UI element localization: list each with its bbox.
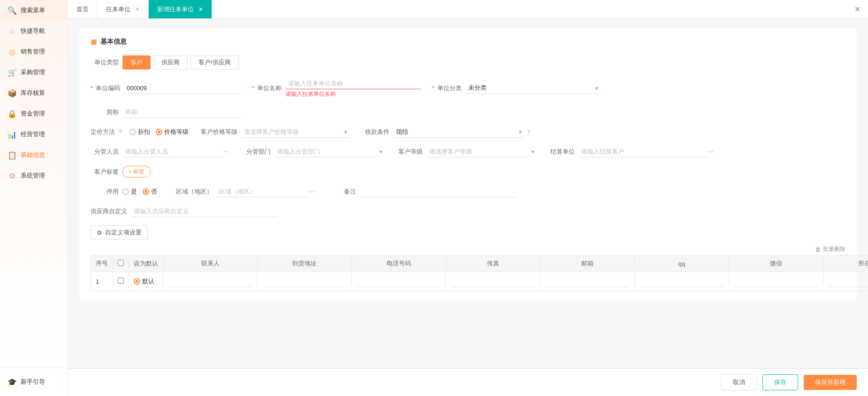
settlement-unit-input[interactable] bbox=[579, 146, 706, 157]
unit-category-label: * 单位分类 bbox=[432, 84, 462, 93]
bulk-delete-btn[interactable]: 🗑 批量删除 bbox=[91, 245, 845, 253]
sidebar-item-guide[interactable]: 🎓 新手引导 bbox=[0, 372, 68, 392]
region-field: 区域（地区） ··· bbox=[176, 186, 317, 197]
row-default-radio[interactable]: 默认 bbox=[134, 277, 158, 286]
sidebar-item-search[interactable]: 🔍 搜索菜单 bbox=[0, 0, 68, 21]
search-icon: 🔍 bbox=[8, 6, 17, 15]
disable-radio-group: 是 否 bbox=[122, 187, 157, 196]
radio-price-level-circle bbox=[156, 129, 162, 135]
unit-name-group: 请输入往来单位名称 bbox=[285, 78, 421, 98]
select-all-checkbox[interactable] bbox=[118, 260, 124, 266]
payment-terms-input[interactable] bbox=[393, 126, 525, 138]
row-checkbox-cell bbox=[113, 272, 129, 291]
basic-info-icon: 📋 bbox=[8, 150, 17, 160]
tab-new-partner-close[interactable]: ✕ bbox=[198, 6, 203, 13]
finance-icon: 🔒 bbox=[8, 109, 17, 118]
radio-discount[interactable]: 折扣 bbox=[129, 128, 150, 136]
row-email-input[interactable] bbox=[545, 276, 630, 287]
supplier-custom-field: 供应商自定义 bbox=[91, 206, 278, 217]
region-more-btn[interactable]: ··· bbox=[307, 187, 317, 196]
sidebar-item-purchase[interactable]: 🛒 采购管理 bbox=[0, 62, 68, 83]
settings-icon: ⚙ bbox=[97, 229, 102, 236]
department-input[interactable] bbox=[274, 146, 376, 157]
radio-no[interactable]: 否 bbox=[143, 187, 157, 196]
sidebar-item-system[interactable]: ⚙ 系统管理 bbox=[0, 165, 68, 186]
sidebar-item-label: 库存核算 bbox=[21, 89, 45, 97]
save-button[interactable]: 保存 bbox=[762, 374, 798, 390]
payment-terms-label: 收款条件 bbox=[361, 128, 389, 136]
row-default-cell: 默认 bbox=[129, 272, 163, 291]
row-address-input[interactable] bbox=[262, 276, 347, 287]
manager-input[interactable] bbox=[122, 146, 221, 157]
col-contact: 联系人 bbox=[163, 256, 258, 272]
col-wechat: 微信 bbox=[729, 256, 823, 272]
payment-help-icon[interactable]: ? bbox=[527, 129, 530, 136]
radio-yes[interactable]: 是 bbox=[122, 187, 137, 196]
row-checkbox[interactable] bbox=[118, 278, 124, 284]
home-icon: ⌂ bbox=[8, 26, 17, 36]
sidebar-item-operations[interactable]: 📊 经营管理 bbox=[0, 124, 68, 145]
short-name-input[interactable] bbox=[122, 107, 241, 118]
row-contact bbox=[163, 272, 258, 291]
region-label: 区域（地区） bbox=[176, 187, 213, 196]
unit-type-field: 单位类型 客户 供应商 客户/供应商 bbox=[91, 55, 845, 70]
unit-code-label: * 单位编码 bbox=[91, 84, 120, 93]
pricing-method-field: 定价方法 ? 折扣 价格等级 bbox=[91, 128, 189, 136]
unit-name-input[interactable] bbox=[285, 78, 421, 89]
sidebar-item-basic-info[interactable]: 📋 基础信息 bbox=[0, 145, 68, 165]
sidebar-item-sales[interactable]: ◎ 销售管理 bbox=[0, 41, 68, 62]
supplier-custom-input[interactable] bbox=[131, 206, 278, 217]
col-checkbox bbox=[113, 256, 129, 272]
tags-field: 客户标签 + 标签 bbox=[91, 166, 845, 178]
pricing-help-icon[interactable]: ? bbox=[119, 128, 122, 135]
window-close-button[interactable]: ✕ bbox=[847, 0, 868, 18]
tab-partners[interactable]: 往来单位 ✕ bbox=[98, 0, 149, 18]
cancel-button[interactable]: 取消 bbox=[721, 374, 757, 390]
customer-level-input[interactable] bbox=[426, 146, 528, 157]
row-email bbox=[541, 272, 635, 291]
region-input[interactable] bbox=[216, 186, 307, 197]
customer-price-field: 客户价格等级 ▼ bbox=[200, 126, 350, 138]
required-star2: * bbox=[252, 85, 254, 92]
row-phone-input[interactable] bbox=[357, 276, 441, 287]
type-btn-both[interactable]: 客户/供应商 bbox=[190, 55, 239, 70]
row-contact-input[interactable] bbox=[168, 276, 252, 287]
operations-icon: 📊 bbox=[8, 130, 17, 139]
tab-bar-spacer bbox=[212, 0, 847, 18]
department-label: 分管部门 bbox=[243, 148, 271, 156]
manager-field: 分管人员 ··· bbox=[91, 146, 231, 157]
col-qq: qq bbox=[635, 256, 729, 272]
department-field: 分管部门 ▼ bbox=[243, 146, 383, 157]
row-qq-input[interactable] bbox=[640, 276, 724, 287]
tab-partners-close[interactable]: ✕ bbox=[135, 6, 140, 13]
department-arrow: ▼ bbox=[378, 149, 383, 155]
custom-settings-button[interactable]: ⚙ 自定义项设置 bbox=[91, 225, 148, 240]
save-new-button[interactable]: 保存并新增 bbox=[804, 375, 857, 390]
sidebar-item-label: 采购管理 bbox=[21, 68, 45, 77]
radio-price-level[interactable]: 价格等级 bbox=[156, 128, 189, 136]
tab-new-partner[interactable]: 新增往来单位 ✕ bbox=[149, 0, 212, 18]
unit-category-input[interactable] bbox=[465, 83, 601, 94]
row-region-input[interactable] bbox=[828, 276, 868, 287]
remark-input[interactable] bbox=[360, 186, 516, 197]
unit-code-input[interactable] bbox=[124, 83, 241, 94]
sidebar-item-finance[interactable]: 🔒 资金管理 bbox=[0, 103, 68, 124]
sidebar-item-label: 搜索菜单 bbox=[21, 6, 45, 15]
disable-row: 停用 是 否 区 bbox=[91, 186, 845, 197]
radio-no-circle bbox=[143, 188, 149, 195]
tab-home[interactable]: 首页 bbox=[68, 0, 98, 18]
settlement-more-btn[interactable]: ··· bbox=[706, 148, 716, 156]
guide-icon: 🎓 bbox=[8, 377, 17, 387]
sidebar-item-inventory[interactable]: 📦 库存核算 bbox=[0, 83, 68, 103]
type-btn-supplier[interactable]: 供应商 bbox=[153, 55, 188, 70]
tag-add-button[interactable]: + 标签 bbox=[122, 166, 151, 178]
type-btn-customer[interactable]: 客户 bbox=[122, 55, 151, 70]
sidebar-item-label: 销售管理 bbox=[21, 47, 45, 56]
bulk-delete-icon: 🗑 bbox=[815, 246, 821, 253]
sidebar-item-quick-nav[interactable]: ⌂ 快捷导航 bbox=[0, 21, 68, 41]
supplier-custom-row: 供应商自定义 bbox=[91, 206, 845, 217]
customer-price-input[interactable] bbox=[241, 126, 350, 138]
manager-more-btn[interactable]: ··· bbox=[221, 148, 231, 156]
row-wechat-input[interactable] bbox=[734, 276, 818, 287]
row-fax-input[interactable] bbox=[451, 276, 535, 287]
